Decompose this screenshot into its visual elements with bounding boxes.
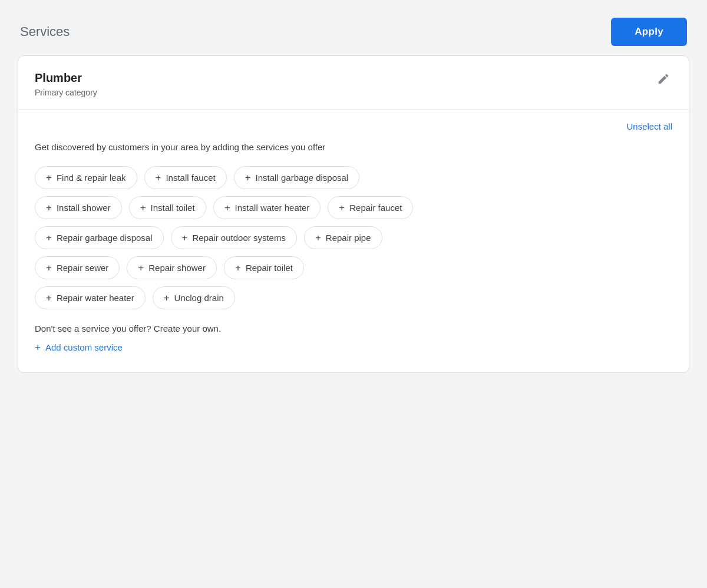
chip-repair-pipe[interactable]: + Repair pipe <box>304 226 382 249</box>
chip-install-garbage-disposal[interactable]: + Install garbage disposal <box>234 166 360 189</box>
chip-label: Repair garbage disposal <box>57 233 153 243</box>
chip-repair-outdoor-systems[interactable]: + Repair outdoor systems <box>171 226 297 249</box>
chip-repair-water-heater[interactable]: + Repair water heater <box>35 286 146 309</box>
edit-icon[interactable] <box>655 70 672 90</box>
page-title: Services <box>20 24 70 39</box>
chip-repair-shower[interactable]: + Repair shower <box>127 256 217 279</box>
chip-plus-icon: + <box>46 233 52 243</box>
chip-label: Install garbage disposal <box>256 173 349 183</box>
dont-see-text: Don't see a service you offer? Create yo… <box>35 323 672 333</box>
chip-label: Unclog drain <box>174 293 224 303</box>
services-card: Plumber Primary category Unselect all Ge… <box>18 55 689 373</box>
add-custom-label: Add custom service <box>45 342 123 352</box>
service-row-4: + Repair sewer + Repair shower + Repair … <box>35 256 672 279</box>
chip-repair-faucet[interactable]: + Repair faucet <box>328 196 413 219</box>
chip-repair-garbage-disposal[interactable]: + Repair garbage disposal <box>35 226 164 249</box>
add-custom-service-link[interactable]: + Add custom service <box>35 342 672 354</box>
header-row: Services Apply <box>18 18 689 46</box>
chip-label: Find & repair leak <box>57 173 126 183</box>
chip-plus-icon: + <box>245 173 251 183</box>
description-text: Get discovered by customers in your area… <box>35 141 672 154</box>
chip-label: Repair sewer <box>57 263 108 273</box>
chip-label: Repair faucet <box>349 203 402 213</box>
category-title: Plumber <box>35 70 97 85</box>
chip-unclog-drain[interactable]: + Unclog drain <box>153 286 235 309</box>
unselect-all-link[interactable]: Unselect all <box>626 121 672 131</box>
service-row-1: + Find & repair leak + Install faucet + … <box>35 166 672 189</box>
chip-plus-icon: + <box>339 203 345 213</box>
card-body: Unselect all Get discovered by customers… <box>18 110 689 372</box>
page-container: Services Apply Plumber Primary category … <box>18 18 689 373</box>
chip-plus-icon: + <box>140 203 146 213</box>
chip-plus-icon: + <box>224 203 230 213</box>
chip-plus-icon: + <box>46 173 52 183</box>
chip-plus-icon: + <box>138 263 144 273</box>
chip-install-toilet[interactable]: + Install toilet <box>129 196 206 219</box>
chip-plus-icon: + <box>46 203 52 213</box>
chip-label: Repair toilet <box>246 263 293 273</box>
chip-find-repair-leak[interactable]: + Find & repair leak <box>35 166 137 189</box>
chip-label: Repair shower <box>148 263 206 273</box>
chip-label: Install faucet <box>166 173 215 183</box>
chip-plus-icon: + <box>46 293 52 303</box>
chip-label: Repair outdoor systems <box>192 233 285 243</box>
category-subtitle: Primary category <box>35 88 97 97</box>
chip-plus-icon: + <box>46 263 52 273</box>
chip-install-water-heater[interactable]: + Install water heater <box>213 196 321 219</box>
chip-plus-icon: + <box>235 263 241 273</box>
unselect-row: Unselect all <box>35 121 672 131</box>
chip-repair-sewer[interactable]: + Repair sewer <box>35 256 120 279</box>
chip-install-faucet[interactable]: + Install faucet <box>144 166 227 189</box>
card-header: Plumber Primary category <box>18 56 689 109</box>
chip-label: Repair water heater <box>57 293 134 303</box>
chip-plus-icon: + <box>156 173 161 183</box>
chip-label: Install shower <box>57 203 111 213</box>
add-custom-plus-icon: + <box>35 342 41 354</box>
chip-label: Install water heater <box>235 203 310 213</box>
chip-install-shower[interactable]: + Install shower <box>35 196 122 219</box>
category-info: Plumber Primary category <box>35 70 97 97</box>
service-row-3: + Repair garbage disposal + Repair outdo… <box>35 226 672 249</box>
chip-repair-toilet[interactable]: + Repair toilet <box>224 256 304 279</box>
apply-button[interactable]: Apply <box>611 18 687 46</box>
service-row-5: + Repair water heater + Unclog drain <box>35 286 672 309</box>
service-row-2: + Install shower + Install toilet + Inst… <box>35 196 672 219</box>
chip-plus-icon: + <box>315 233 321 243</box>
chip-label: Install toilet <box>151 203 195 213</box>
footer-section: Don't see a service you offer? Create yo… <box>35 323 672 354</box>
chip-label: Repair pipe <box>326 233 371 243</box>
chip-plus-icon: + <box>164 293 170 303</box>
chip-plus-icon: + <box>182 233 188 243</box>
